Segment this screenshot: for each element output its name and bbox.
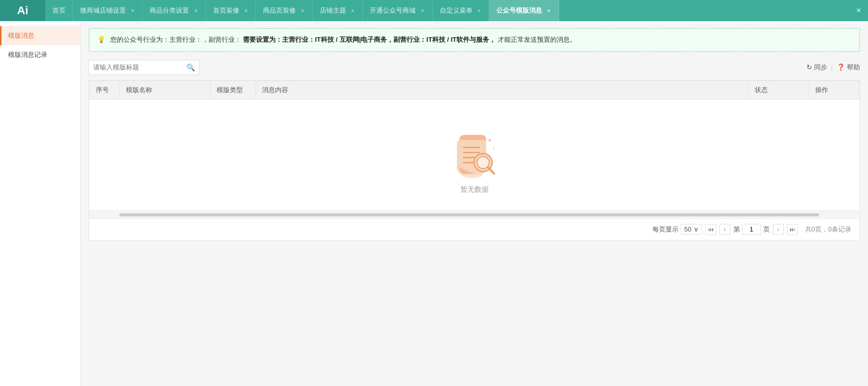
search-input[interactable] (93, 63, 186, 71)
svg-text:✦: ✦ (492, 146, 496, 151)
page-unit: 页 (763, 225, 770, 234)
nav-tab-custom-menu[interactable]: 自定义菜单× (433, 0, 489, 21)
global-close-button[interactable]: × (849, 0, 868, 21)
divider: | (831, 63, 833, 71)
notice-prefix: 您的公众号行业为：主营行业：，副营行业： (110, 36, 241, 43)
table-header-row: 序号模版名称模版类型消息内容状态操作 (90, 81, 859, 99)
close-tab-shop-theme[interactable]: × (350, 7, 355, 14)
page-size-select: 每页显示 50 ∨ (652, 224, 702, 235)
total-info: 共0页，0条记录 (805, 225, 851, 234)
nav-tab-product-cat[interactable]: 商品分类设置× (143, 0, 206, 21)
search-input-wrap[interactable]: 🔍 (89, 60, 199, 75)
per-page-label: 每页显示 (652, 225, 679, 234)
page-input-wrap: 第 页 (733, 224, 770, 235)
empty-illustration: ✦ ✦ (447, 130, 502, 185)
notice-box: 💡 您的公众号行业为：主营行业：，副营行业： 需要设置为：主营行业：IT科技 /… (89, 28, 860, 52)
col-header-status: 状态 (749, 81, 809, 99)
search-actions: ↻ 同步 | ❓ 帮助 (807, 63, 860, 72)
last-page-button[interactable]: ⏭ (787, 224, 798, 235)
help-button[interactable]: ❓ 帮助 (837, 63, 860, 72)
next-page-button[interactable]: › (773, 224, 784, 235)
main-layout: 模版消息模版消息记录 💡 您的公众号行业为：主营行业：，副营行业： 需要设置为：… (0, 21, 868, 386)
scrollbar-track[interactable] (119, 213, 819, 216)
col-header-action: 操作 (809, 81, 859, 99)
close-tab-product-decor[interactable]: × (300, 7, 305, 14)
nav-tab-shop-theme[interactable]: 店铺主题× (313, 0, 363, 21)
search-row: 🔍 ↻ 同步 | ❓ 帮助 (89, 60, 860, 75)
svg-point-6 (477, 157, 489, 169)
sidebar: 模版消息模版消息记录 (0, 21, 81, 386)
sync-label: 同步 (814, 63, 827, 72)
nav-tab-micro-shop[interactable]: 微商城店铺设置× (73, 0, 143, 21)
close-tab-home-decor[interactable]: × (243, 7, 248, 14)
search-icon[interactable]: 🔍 (186, 63, 195, 71)
data-table: 序号模版名称模版类型消息内容状态操作 (89, 81, 859, 209)
nav-tab-home[interactable]: 首页 (45, 0, 73, 21)
page-label: 第 (733, 225, 740, 234)
top-nav: Ai 首页微商城店铺设置×商品分类设置×首页装修×商品页装修×店铺主题×开通公众… (0, 0, 868, 21)
table-wrapper: 序号模版名称模版类型消息内容状态操作 (89, 80, 860, 241)
prev-page-button[interactable]: ‹ (719, 224, 730, 235)
svg-text:✦: ✦ (487, 137, 492, 144)
help-icon: ❓ (837, 63, 845, 71)
empty-text: 暂无数据 (90, 185, 859, 194)
notice-suffix: 才能正常发送预置的消息。 (498, 36, 576, 43)
close-tab-custom-menu[interactable]: × (477, 7, 482, 14)
nav-tabs: 首页微商城店铺设置×商品分类设置×首页装修×商品页装修×店铺主题×开通公众号商城… (45, 0, 849, 21)
close-tab-template-msg[interactable]: × (546, 7, 551, 14)
col-header-seq: 序号 (90, 81, 120, 99)
empty-state: ✦ ✦ 暂无数据 (90, 100, 859, 209)
content-area: 💡 您的公众号行业为：主营行业：，副营行业： 需要设置为：主营行业：IT科技 /… (81, 21, 868, 386)
horizontal-scrollbar[interactable] (89, 210, 859, 218)
sidebar-item-template-msg[interactable]: 模版消息 (0, 26, 80, 45)
table-head: 序号模版名称模版类型消息内容状态操作 (90, 81, 859, 99)
first-page-button[interactable]: ⏮ (705, 224, 716, 235)
page-size-dropdown[interactable]: 50 ∨ (681, 224, 702, 235)
page-number-input[interactable] (742, 224, 761, 235)
svg-line-7 (488, 168, 494, 174)
nav-tab-product-decor[interactable]: 商品页装修× (256, 0, 312, 21)
sync-icon: ↻ (807, 63, 812, 71)
pagination-row: 每页显示 50 ∨ ⏮ ‹ 第 页 › ⏭ 共0页，0条记录 (89, 218, 859, 240)
nav-tab-home-decor[interactable]: 首页装修× (206, 0, 256, 21)
sync-button[interactable]: ↻ 同步 (807, 63, 827, 72)
sidebar-item-template-log[interactable]: 模版消息记录 (0, 45, 80, 64)
app-logo: Ai (0, 0, 45, 21)
table-body: ✦ ✦ 暂无数据 (90, 99, 859, 209)
col-header-name: 模版名称 (120, 81, 211, 99)
close-tab-open-mall[interactable]: × (420, 7, 425, 14)
table-empty-row: ✦ ✦ 暂无数据 (90, 99, 859, 209)
nav-tab-template-msg[interactable]: 公众号模版消息× (489, 0, 559, 21)
close-tab-product-cat[interactable]: × (193, 7, 198, 14)
nav-tab-open-mall[interactable]: 开通公众号商城× (363, 0, 432, 21)
col-header-content: 消息内容 (256, 81, 749, 99)
close-tab-micro-shop[interactable]: × (130, 7, 135, 14)
help-label: 帮助 (847, 63, 860, 72)
notice-highlight: 需要设置为：主营行业：IT科技 / 互联网|电子商务，副营行业：IT科技 / I… (243, 36, 496, 43)
dropdown-chevron-icon: ∨ (694, 225, 699, 233)
per-page-value: 50 (684, 225, 691, 233)
notice-icon: 💡 (97, 36, 105, 43)
col-header-type: 模版类型 (211, 81, 256, 99)
